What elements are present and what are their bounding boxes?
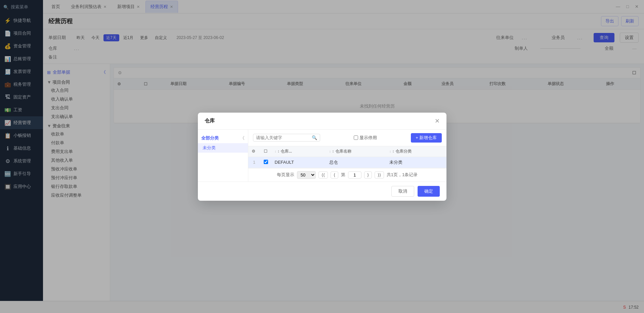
dialog-th-code: ↕ ↕ 仓库... [271, 146, 326, 157]
dialog-actions: 取消 确定 [198, 182, 446, 201]
dialog-title: 仓库 [205, 118, 215, 124]
dialog-sidebar-unclassified[interactable]: 未分类 [198, 143, 248, 153]
row-check-input[interactable] [264, 160, 268, 164]
dialog-page-label: 第 [341, 172, 345, 178]
dialog-last-page[interactable]: ⟩⟩ [375, 171, 384, 179]
dialog-per-page-label: 每页显示 [277, 172, 294, 178]
dialog-page-size-select[interactable]: 50 100 [297, 171, 316, 179]
dialog-prev-page[interactable]: ⟨ [331, 171, 338, 179]
add-warehouse-button[interactable]: + 新增仓库 [411, 133, 441, 143]
dialog-header: 仓库 ✕ [198, 113, 446, 130]
warehouse-dialog: 仓库 ✕ 全部分类 《 未分类 🔍 [198, 113, 446, 201]
dialog-collapse-icon[interactable]: 《 [240, 135, 245, 141]
dialog-search-box: 🔍 [253, 134, 320, 142]
row-index: 1 [248, 157, 260, 168]
dialog-th-checkbox: ☐ [260, 146, 271, 157]
show-disabled-label: 显示停用 [359, 135, 377, 141]
dialog-toolbar: 🔍 显示停用 + 新增仓库 [248, 130, 446, 146]
dialog-table: ⚙ ☐ ↕ ↕ 仓库... ↕ ↕ 仓库名称 ↕ ↕ 仓库分类 1 [248, 146, 446, 168]
dialog-main: 🔍 显示停用 + 新增仓库 ⚙ ☐ ↕ ↕ 仓库.. [248, 130, 446, 182]
dialog-sidebar: 全部分类 《 未分类 [198, 130, 248, 182]
dialog-search-input[interactable] [256, 135, 310, 140]
dialog-overlay[interactable]: 仓库 ✕ 全部分类 《 未分类 🔍 [0, 0, 644, 313]
dialog-pagination: 每页显示 50 100 ⟨⟨ ⟨ 第 ⟩ ⟩⟩ 共1页，1条记录 [248, 168, 446, 182]
dialog-table-wrap: ⚙ ☐ ↕ ↕ 仓库... ↕ ↕ 仓库名称 ↕ ↕ 仓库分类 1 [248, 146, 446, 168]
row-name: 总仓 [326, 157, 386, 168]
dialog-search-icon[interactable]: 🔍 [312, 135, 317, 140]
dialog-next-page[interactable]: ⟩ [364, 171, 372, 179]
dialog-total-info: 共1页，1条记录 [387, 172, 418, 178]
dialog-th-category: ↕ ↕ 仓库分类 [386, 146, 446, 157]
row-checkbox[interactable] [260, 157, 271, 168]
dialog-sidebar-header[interactable]: 全部分类 《 [198, 133, 248, 143]
dialog-body: 全部分类 《 未分类 🔍 显示停用 + 新增仓库 [198, 130, 446, 182]
row-category: 未分类 [386, 157, 446, 168]
dialog-th-name: ↕ ↕ 仓库名称 [326, 146, 386, 157]
show-disabled-input[interactable] [354, 135, 358, 140]
dialog-first-page[interactable]: ⟨⟨ [318, 171, 328, 179]
show-disabled-checkbox[interactable]: 显示停用 [354, 135, 377, 141]
dialog-page-input[interactable] [348, 171, 361, 179]
confirm-button[interactable]: 确定 [418, 186, 440, 197]
cancel-button[interactable]: 取消 [391, 186, 414, 197]
dialog-all-label: 全部分类 [201, 135, 219, 141]
dialog-table-row[interactable]: 1 DEFAULT 总仓 未分类 [248, 157, 446, 168]
dialog-close-button[interactable]: ✕ [435, 117, 440, 125]
dialog-th-settings: ⚙ [248, 146, 260, 157]
row-code: DEFAULT [271, 157, 326, 168]
